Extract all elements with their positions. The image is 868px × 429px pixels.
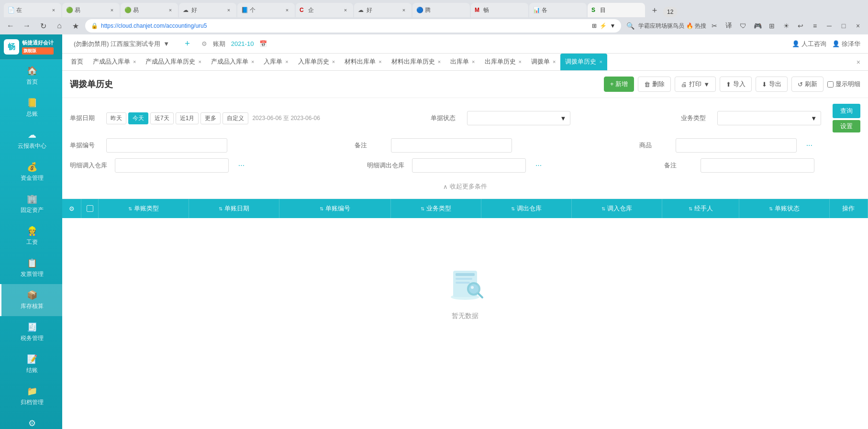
nav-tab-transfer-close[interactable]: × xyxy=(553,59,556,65)
period-value[interactable]: 2021-10 xyxy=(231,40,254,47)
sidebar-item-ledger[interactable]: 📒 总账 xyxy=(0,92,62,124)
sidebar-item-home[interactable]: 🏠 首页 xyxy=(0,60,62,92)
browser-tab-2[interactable]: 🟢 易 × xyxy=(62,3,120,17)
tab-close-3[interactable]: × xyxy=(167,6,174,14)
nav-tab-product-in[interactable]: 产成品入库单 × xyxy=(88,54,141,71)
forward-button[interactable]: → xyxy=(20,19,33,33)
nav-tab-in-close[interactable]: × xyxy=(285,59,288,65)
collapse-button[interactable]: ∧ 收起更多条件 xyxy=(443,182,487,191)
tab-close-5[interactable]: × xyxy=(283,6,291,14)
nav-tab-transfer-history-close[interactable]: × xyxy=(599,59,602,65)
delete-button[interactable]: 🗑 删除 xyxy=(638,77,671,92)
company-selector[interactable]: (勿删勿禁用) 江西服宝测试专用 ▼ xyxy=(70,38,173,50)
user-info[interactable]: 👤 徐泽华 xyxy=(832,40,860,48)
date-today-btn[interactable]: 今天 xyxy=(128,112,148,124)
add-company-button[interactable]: + xyxy=(179,36,196,52)
service-button[interactable]: 👤 人工咨询 xyxy=(792,40,826,48)
sidebar-item-settings[interactable]: ⚙ 基础设置 xyxy=(0,412,62,429)
nav-tab-out-close[interactable]: × xyxy=(472,59,475,65)
close-window-icon[interactable]: × xyxy=(852,20,864,32)
biztype-filter-select[interactable]: ▼ xyxy=(717,111,821,125)
show-cols-toggle[interactable]: 显示明细 xyxy=(827,80,860,88)
sidebar-item-fixed-assets[interactable]: 🏢 固定资产 xyxy=(0,188,62,220)
game-icon[interactable]: 🎮 xyxy=(751,20,764,32)
nav-tab-material-out[interactable]: 材料出库单 × xyxy=(340,54,386,71)
address-bar[interactable]: 🔒 https://cloud.chanjet.com/accounting/u… xyxy=(85,19,621,33)
browser-tab-5[interactable]: 📘 个 × xyxy=(237,3,295,17)
detail-out-wh-picker[interactable]: ··· xyxy=(534,161,544,170)
nav-tab-home[interactable]: 首页 xyxy=(66,54,88,71)
goods-picker-button[interactable]: ··· xyxy=(804,141,814,150)
select-all-checkbox[interactable] xyxy=(87,205,93,212)
nav-tab-transfer[interactable]: 调拨单 × xyxy=(526,54,560,71)
tab-close-4[interactable]: × xyxy=(225,6,233,14)
sidebar-item-inventory[interactable]: 📦 库存核算 xyxy=(0,284,62,316)
th-checkbox[interactable] xyxy=(81,199,99,218)
date-1month-btn[interactable]: 近1月 xyxy=(176,112,199,124)
calendar-icon[interactable]: 📅 xyxy=(259,40,267,47)
browser-tab-11[interactable]: S 目 xyxy=(588,3,645,17)
detail-in-wh-input[interactable] xyxy=(115,158,229,173)
close-all-tabs-button[interactable]: × xyxy=(853,58,864,66)
home-button[interactable]: ⌂ xyxy=(53,19,66,33)
remark-filter-input[interactable] xyxy=(391,138,512,153)
tab-count-badge[interactable]: 12 xyxy=(663,7,677,17)
sidebar-item-salary[interactable]: 👷 工资 xyxy=(0,220,62,252)
detail-out-wh-input[interactable] xyxy=(412,158,526,173)
tab-close-2[interactable]: × xyxy=(108,6,116,14)
sidebar-item-close-accounts[interactable]: 📝 结账 xyxy=(0,348,62,380)
browser-tab-8[interactable]: 🔵 腾 xyxy=(412,3,470,17)
nav-tab-out-history-close[interactable]: × xyxy=(519,59,522,65)
sidebar-item-fund[interactable]: 💰 资金管理 xyxy=(0,156,62,188)
browser-tab-9[interactable]: M 畅 xyxy=(471,3,528,17)
grid-icon[interactable]: ⊞ xyxy=(766,20,778,32)
nav-tab-product-in2-close[interactable]: × xyxy=(251,59,254,65)
nav-tab-product-in-history[interactable]: 产成品入库单历史 × xyxy=(141,54,206,71)
th-type[interactable]: ⇅ 单账类型 xyxy=(99,199,189,218)
date-custom-btn[interactable]: 自定义 xyxy=(223,112,248,124)
brightness-icon[interactable]: ☀ xyxy=(780,20,792,32)
nav-tab-product-in-close[interactable]: × xyxy=(133,59,136,65)
undo-icon[interactable]: ↩ xyxy=(794,20,807,32)
browser-tab-10[interactable]: 📊 各 xyxy=(529,3,587,17)
browser-tab-3[interactable]: 🟢 易 × xyxy=(121,3,178,17)
nav-tab-transfer-history[interactable]: 调拨单历史 × xyxy=(560,54,607,71)
browser-tab-4[interactable]: ☁ 好 × xyxy=(179,3,236,17)
nav-tab-in-history-close[interactable]: × xyxy=(332,59,335,65)
nav-tab-product-in2[interactable]: 产成品入库单 × xyxy=(206,54,259,71)
scissors-icon[interactable]: ✂ xyxy=(708,20,721,32)
sidebar-item-invoice[interactable]: 📋 发票管理 xyxy=(0,252,62,284)
nav-tab-material-out-history[interactable]: 材料出库单历史 × xyxy=(387,54,445,71)
date-more-btn[interactable]: 更多 xyxy=(200,112,221,124)
sidebar-item-cloud-report[interactable]: ☁ 云报表中心 xyxy=(0,124,62,156)
tab-close-1[interactable]: × xyxy=(50,6,57,14)
th-number[interactable]: ⇅ 单账编号 xyxy=(279,199,390,218)
th-biztype[interactable]: ⇅ 业务类型 xyxy=(391,199,481,218)
status-filter-select[interactable]: ▼ xyxy=(467,111,571,125)
sidebar-item-tax[interactable]: 🧾 税务管理 xyxy=(0,316,62,348)
browser-tab-7[interactable]: ☁ 好 × xyxy=(354,3,412,17)
th-handler[interactable]: ⇅ 经手人 xyxy=(662,199,739,218)
browser-tab-1[interactable]: 📄 在 × xyxy=(4,3,61,17)
print-button[interactable]: 🖨 打印 ▼ xyxy=(675,77,716,92)
goods-filter-input[interactable] xyxy=(676,138,797,153)
th-date[interactable]: ⇅ 单账日期 xyxy=(189,199,279,218)
bookmark-button[interactable]: ★ xyxy=(69,19,82,33)
th-status[interactable]: ⇅ 单账状态 xyxy=(739,199,830,218)
date-7days-btn[interactable]: 近7天 xyxy=(150,112,174,124)
settings-button[interactable]: 设置 xyxy=(833,120,860,132)
detail-remark-input[interactable] xyxy=(701,158,814,173)
nav-tab-in-history[interactable]: 入库单历史 × xyxy=(293,54,340,71)
th-in-wh[interactable]: ⇅ 调入仓库 xyxy=(572,199,662,218)
show-cols-checkbox[interactable] xyxy=(827,81,834,88)
nav-tab-out[interactable]: 出库单 × xyxy=(445,54,479,71)
menu-icon[interactable]: ≡ xyxy=(809,20,821,32)
nav-tab-material-out-close[interactable]: × xyxy=(378,59,381,65)
detail-in-wh-picker[interactable]: ··· xyxy=(236,161,246,170)
new-button[interactable]: + 新增 xyxy=(604,77,634,92)
nav-tab-material-out-history-close[interactable]: × xyxy=(438,59,441,65)
nav-tab-in[interactable]: 入库单 × xyxy=(259,54,293,71)
nav-tab-out-history[interactable]: 出库单历史 × xyxy=(480,54,526,71)
back-button[interactable]: ← xyxy=(4,19,17,33)
th-out-wh[interactable]: ⇅ 调出仓库 xyxy=(481,199,572,218)
